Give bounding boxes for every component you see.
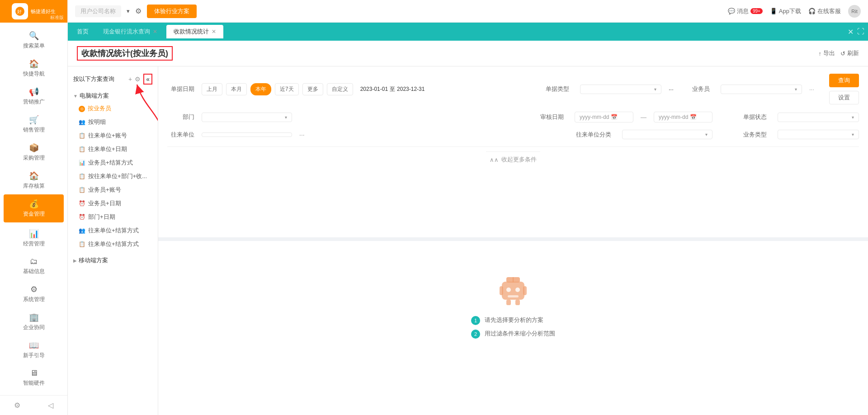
tab-receivable[interactable]: 收款情况统计 ✕ (166, 25, 223, 38)
sidebar-item-enterprise[interactable]: 🏢 企业协同 (0, 308, 67, 336)
tab-close-all-icon[interactable]: ✕ (848, 28, 854, 36)
top-header: 用户公司名称 ▾ ⚙ 体验行业方案 💬 消息 99+ 📱 App下载 (68, 0, 868, 23)
date-btn-custom[interactable]: 自定义 (327, 83, 353, 95)
tab-receivable-close[interactable]: ✕ (212, 28, 216, 35)
scheme-panel-title: 按以下方案查询 (73, 75, 128, 83)
collapse-bottom-icon[interactable]: ◁ (48, 401, 53, 410)
scheme-item-by-unit-account[interactable]: 📋 往来单位+账号 (68, 129, 158, 142)
tab-bar-right: ✕ ⛶ (848, 28, 864, 36)
sidebar-item-search[interactable]: 🔍 搜索菜单 (0, 26, 67, 54)
sidebar-item-quick[interactable]: 🏠 快捷导航 (0, 54, 67, 82)
tip2-number: 2 (471, 330, 480, 339)
sidebar-item-marketing[interactable]: 📢 营销推广 (0, 82, 67, 110)
date-range-display: 2023-01-01 至 2023-12-31 (360, 85, 425, 93)
scheme-settings-icon[interactable]: ⚙ (135, 75, 141, 83)
doc-type-select[interactable]: ▾ (580, 85, 661, 94)
sidebar-nav: 🔍 搜索菜单 🏠 快捷导航 📢 营销推广 🛒 销售管理 📦 采购管理 🏠 (0, 23, 67, 395)
settings-button[interactable]: 设置 (829, 91, 859, 104)
export-button[interactable]: ↑ 导出 (819, 49, 835, 57)
tab-bar: 首页 现金银行流水查询 ✕ 收款情况统计 ✕ ✕ ⛶ (68, 23, 868, 41)
unit-type-label: 往来单位分类 (576, 131, 611, 139)
pc-group-arrow-icon: ▼ (73, 94, 78, 99)
date-btn-7days[interactable]: 近7天 (275, 83, 299, 95)
query-button[interactable]: 查询 (829, 74, 859, 87)
svg-rect-8 (508, 295, 519, 297)
scheme-item-by-unit-dept[interactable]: 📋 按往来单位+部门+收... (68, 170, 158, 183)
doc-status-select[interactable]: ▾ (778, 113, 859, 122)
svg-text:好: 好 (17, 9, 22, 14)
app-icon: 📱 (770, 8, 777, 14)
tab-bank[interactable]: 现金银行流水查询 ✕ (96, 25, 165, 38)
dept-select[interactable]: ▾ (202, 113, 292, 122)
svg-point-6 (506, 288, 511, 292)
settings-bottom-icon[interactable]: ⚙ (14, 401, 20, 410)
logo-icon: 好 (12, 3, 28, 19)
date-btn-this-month[interactable]: 本月 (226, 83, 247, 95)
scheme-panel-collapse-btn[interactable]: « (143, 74, 152, 85)
salesperson-more-icon[interactable]: ··· (809, 86, 818, 93)
scheme-item-by-detail[interactable]: 👥 按明细 (68, 115, 158, 129)
salesperson-label: 业务员 (692, 85, 710, 93)
trial-button[interactable]: 体验行业方案 (147, 5, 197, 18)
sidebar-item-basic[interactable]: 🗂 基础信息 (0, 252, 67, 280)
scheme-item-by-salesperson-payment[interactable]: 📊 业务员+结算方式 (68, 156, 158, 170)
sidebar-item-purchase[interactable]: 📦 采购管理 (0, 138, 67, 166)
salesperson-item-icon: ◎ (79, 105, 85, 112)
collapse-more-btn[interactable]: ∧∧ 收起更多条件 (486, 151, 540, 167)
sidebar-item-capital[interactable]: 💰 资金管理 (4, 194, 64, 222)
unit-payment1-item-icon: 👥 (79, 227, 85, 234)
sidebar-item-hardware[interactable]: 🖥 智能硬件 (0, 364, 67, 391)
scheme-item-by-dept-date[interactable]: ⏰ 部门+日期 (68, 210, 158, 224)
operation-icon: 📊 (29, 229, 39, 239)
scheme-item-by-unit-payment2[interactable]: 📋 往来单位+结算方式 (68, 237, 158, 251)
user-avatar[interactable]: Rit (848, 5, 861, 18)
quick-icon: 🏠 (29, 59, 39, 69)
biz-type-select[interactable]: ▾ (778, 130, 859, 139)
tab-home[interactable]: 首页 (71, 25, 94, 38)
app-download-btn[interactable]: 📱 App下载 (770, 7, 801, 15)
sidebar-item-system[interactable]: ⚙ 系统管理 (0, 280, 67, 308)
scheme-item-by-salesperson[interactable]: ◎ 按业务员 (68, 102, 158, 115)
export-icon: ↑ (819, 50, 822, 57)
scheme-item-by-unit-date[interactable]: 📋 往来单位+日期 (68, 142, 158, 156)
unit-type-select[interactable]: ▾ (622, 130, 712, 139)
sidebar-item-operation[interactable]: 📊 经营管理 (0, 224, 67, 252)
company-dropdown[interactable]: ▾ (127, 8, 130, 14)
sidebar-item-wechat[interactable]: 💬 企业微信 (0, 391, 67, 395)
doc-type-label: 单据类型 (546, 85, 569, 93)
doc-type-chevron-icon: ▾ (654, 87, 656, 92)
unit-label: 往来单位 (167, 131, 194, 139)
sidebar-item-sales[interactable]: 🛒 销售管理 (0, 110, 67, 138)
tab-bank-close[interactable]: ✕ (153, 28, 157, 35)
sidebar-item-guide[interactable]: 📖 新手引导 (0, 336, 67, 364)
salesperson-select[interactable]: ▾ (721, 85, 802, 94)
scheme-item-by-unit-payment1[interactable]: 👥 往来单位+结算方式 (68, 224, 158, 237)
sidebar-item-inventory[interactable]: 🏠 库存核算 (0, 166, 67, 194)
page-content: 收款情况统计(按业务员) ↑ 导出 ↺ 刷新 按以下方 (68, 41, 868, 415)
header-settings-icon[interactable]: ⚙ (135, 7, 142, 15)
date-btn-last-month[interactable]: 上月 (202, 83, 222, 95)
message-btn[interactable]: 💬 消息 99+ (728, 7, 763, 15)
scheme-group-mobile-header[interactable]: ▶ 移动端方案 (68, 255, 158, 266)
tip1-number: 1 (471, 316, 480, 325)
headset-icon: 🎧 (808, 8, 816, 14)
refresh-button[interactable]: ↺ 刷新 (840, 49, 859, 57)
unit-select[interactable] (202, 132, 292, 137)
unit-more-icon[interactable]: ··· (299, 131, 305, 138)
review-date-to[interactable]: yyyy-mm-dd 📅 (654, 112, 712, 123)
empty-tip-1: 1 请先选择要分析的方案 (471, 316, 555, 325)
review-date-from[interactable]: yyyy-mm-dd 📅 (575, 112, 633, 123)
main-area: 用户公司名称 ▾ ⚙ 体验行业方案 💬 消息 99+ 📱 App下载 (68, 0, 868, 415)
date-filter-control: 上月 本月 本年 近7天 更多 自定义 (202, 83, 353, 95)
mobile-group-arrow-icon: ▶ (73, 258, 77, 263)
scheme-item-by-salesperson-account[interactable]: 📋 业务员+账号 (68, 183, 158, 197)
dept-label: 部门 (167, 113, 194, 121)
scheme-item-by-salesperson-date[interactable]: ⏰ 业务员+日期 (68, 197, 158, 210)
online-service-btn[interactable]: 🎧 在线客服 (808, 7, 841, 15)
unit-date-item-icon: 📋 (79, 146, 85, 152)
tab-fullscreen-icon[interactable]: ⛶ (857, 28, 864, 36)
date-btn-this-year[interactable]: 本年 (250, 83, 271, 95)
scheme-group-pc-header[interactable]: ▼ 电脑端方案 (68, 90, 158, 102)
date-btn-more[interactable]: 更多 (302, 83, 323, 95)
add-scheme-icon[interactable]: + (128, 75, 132, 83)
